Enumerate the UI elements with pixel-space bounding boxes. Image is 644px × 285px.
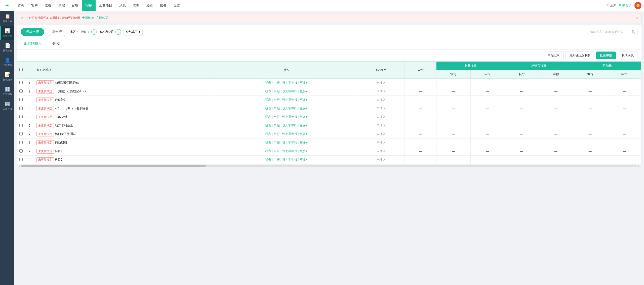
date-next-btn[interactable]: › — [115, 29, 121, 35]
sidebar-item-报税记录[interactable]: 📝报税记录 — [0, 69, 14, 84]
row-checkbox-1[interactable] — [19, 89, 23, 93]
op-more-btn[interactable]: 更多▾ — [300, 141, 307, 144]
sub-tab-xiaogui[interactable]: 小规模 — [49, 41, 60, 47]
topnav-item-服务[interactable]: 服务 — [156, 0, 170, 11]
op-税表-btn[interactable]: 税表 — [265, 115, 271, 119]
sub-tab-yiban[interactable]: 一般的纳税人 — [21, 41, 42, 47]
op-税表-btn[interactable]: 税表 — [265, 149, 271, 153]
op-税表-btn[interactable]: 税表 — [265, 98, 271, 102]
topnav-item-工商项目[interactable]: 工商项目 — [96, 0, 116, 11]
status-badge[interactable]: 未更新核定 — [36, 98, 54, 102]
op-申报-btn[interactable]: 申报 — [274, 158, 280, 161]
scroll-left-btn[interactable]: ◂ — [19, 164, 20, 167]
op-more-btn[interactable]: 更多▾ — [300, 124, 307, 127]
topnav-item-记账[interactable]: 记账 — [68, 0, 82, 11]
status-badge[interactable]: 未更新核定 — [36, 106, 54, 111]
topnav-item-报税[interactable]: 报税 — [82, 0, 96, 11]
scroll-track[interactable] — [21, 165, 637, 167]
row-checkbox-4[interactable] — [19, 115, 23, 118]
scroll-right-btn[interactable]: ▸ — [638, 164, 639, 167]
status-badge[interactable]: 未更新核定 — [36, 140, 54, 145]
op-零申报-btn[interactable]: 设为零申报 — [282, 158, 297, 161]
search-icon[interactable]: 🔍 — [631, 30, 635, 34]
立即购买-link[interactable]: 立即购买 — [96, 16, 108, 20]
op-more-btn[interactable]: 更多▾ — [300, 115, 307, 119]
topnav-item-首页[interactable]: 首页 — [14, 0, 28, 11]
date-prev-btn[interactable]: ‹ — [91, 29, 97, 35]
op-税表-btn[interactable]: 税表 — [265, 141, 271, 144]
申报汇差-link[interactable]: 申报汇差 — [82, 16, 94, 20]
op-more-btn[interactable]: 更多▾ — [300, 107, 307, 110]
status-badge[interactable]: 未更新核定 — [36, 89, 54, 94]
topnav-item-消息[interactable]: 消息 — [116, 0, 129, 11]
row-checkbox-0[interactable] — [19, 81, 23, 84]
status-badge[interactable]: 未更新核定 — [36, 157, 54, 162]
sidebar-item-报税总览[interactable]: 📄报税总览 — [0, 40, 14, 55]
select-all-checkbox[interactable] — [19, 68, 23, 71]
op-more-btn[interactable]: 更多▾ — [300, 81, 307, 84]
op-税表-btn[interactable]: 税表 — [265, 89, 271, 93]
op-零申报-btn[interactable]: 设为零申报 — [282, 98, 297, 102]
scroll-thumb[interactable] — [21, 165, 206, 167]
op-more-btn[interactable]: 更多▾ — [300, 149, 307, 153]
op-more-btn[interactable]: 更多▾ — [300, 98, 307, 102]
notice-close-btn[interactable]: ✕ — [635, 16, 638, 20]
op-more-btn[interactable]: 更多▾ — [300, 89, 307, 93]
status-badge[interactable]: 未更新核定 — [36, 123, 54, 128]
op-税表-btn[interactable]: 税表 — [265, 107, 271, 110]
avatar[interactable]: 🙂 — [634, 2, 641, 9]
op-申报-btn[interactable]: 申报 — [274, 141, 280, 144]
收取回执-btn[interactable]: 收取回执 — [618, 52, 637, 59]
op-申报-btn[interactable]: 申报 — [274, 89, 280, 93]
op-申报-btn[interactable]: 申报 — [274, 81, 280, 84]
sidebar-item-报税设置[interactable]: 📋报税设置 — [0, 11, 14, 26]
op-零申报-btn[interactable]: 设为零申报 — [282, 124, 297, 127]
op-more-btn[interactable]: 更多▾ — [300, 158, 307, 161]
row-checkbox-7[interactable] — [19, 141, 23, 144]
topnav-item-管理[interactable]: 管理 — [129, 0, 143, 11]
op-申报-btn[interactable]: 申报 — [274, 115, 280, 119]
tab-ling-shenbao[interactable]: 零申报 — [47, 28, 67, 36]
sidebar-item-个税申报[interactable]: 👤个税申报 — [0, 55, 14, 69]
op-more-btn[interactable]: 更多▾ — [300, 132, 307, 136]
dept-selector[interactable]: 全部员工 ▾ — [124, 29, 143, 35]
op-零申报-btn[interactable]: 设为零申报 — [282, 115, 297, 119]
sidebar-item-工商年报[interactable]: 🏢工商年报 — [0, 99, 14, 113]
op-零申报-btn[interactable]: 设为零申报 — [282, 89, 297, 93]
topnav-item-客户[interactable]: 客户 — [28, 0, 41, 11]
status-badge[interactable]: 未更新核定 — [36, 149, 54, 154]
op-税表-btn[interactable]: 税表 — [265, 81, 271, 84]
op-申报-btn[interactable]: 申报 — [274, 124, 280, 127]
op-申报-btn[interactable]: 申报 — [274, 98, 280, 102]
topnav-item-收费[interactable]: 收费 — [41, 0, 55, 11]
status-badge[interactable]: 未更新核定 — [36, 115, 54, 119]
op-零申报-btn[interactable]: 设为零申报 — [282, 81, 297, 84]
op-零申报-btn[interactable]: 设为零申报 — [282, 141, 297, 144]
status-badge[interactable]: 未更新核定 — [36, 80, 54, 85]
op-申报-btn[interactable]: 申报 — [274, 132, 280, 136]
status-badge[interactable]: 未更新核定 — [36, 132, 54, 136]
horizontal-scrollbar[interactable]: ◂ ▸ — [17, 164, 641, 167]
topnav-item-票据[interactable]: 票据 — [55, 0, 68, 11]
sidebar-item-汇算清数[interactable]: 🔢汇算清数 — [0, 84, 14, 99]
member-btn[interactable]: ⊡ 畅会员 — [619, 3, 631, 8]
name-sort-icon[interactable]: ▾ — [50, 68, 51, 72]
op-零申报-btn[interactable]: 设为零申报 — [282, 107, 297, 110]
fullscreen-btn[interactable]: □ 全屏 — [607, 3, 616, 8]
row-checkbox-3[interactable] — [19, 107, 23, 110]
topnav-item-设置[interactable]: 设置 — [170, 0, 184, 11]
op-申报-btn[interactable]: 申报 — [274, 107, 280, 110]
sidebar-item-批量报税[interactable]: 📊批量报税 — [0, 26, 14, 40]
op-零申报-btn[interactable]: 设为零申报 — [282, 132, 297, 136]
row-checkbox-8[interactable] — [19, 149, 23, 153]
op-税表-btn[interactable]: 税表 — [265, 132, 271, 136]
op-税表-btn[interactable]: 税表 — [265, 158, 271, 161]
topnav-item-经营[interactable]: 经营 — [143, 0, 156, 11]
op-税表-btn[interactable]: 税表 — [265, 124, 271, 127]
row-checkbox-6[interactable] — [19, 132, 23, 135]
批量申报-btn[interactable]: 批量申报 — [596, 52, 616, 59]
search-input[interactable] — [590, 30, 630, 34]
row-checkbox-9[interactable] — [19, 158, 23, 161]
申报记录-btn[interactable]: 申报记录 — [544, 52, 564, 59]
op-申报-btn[interactable]: 申报 — [274, 149, 280, 153]
